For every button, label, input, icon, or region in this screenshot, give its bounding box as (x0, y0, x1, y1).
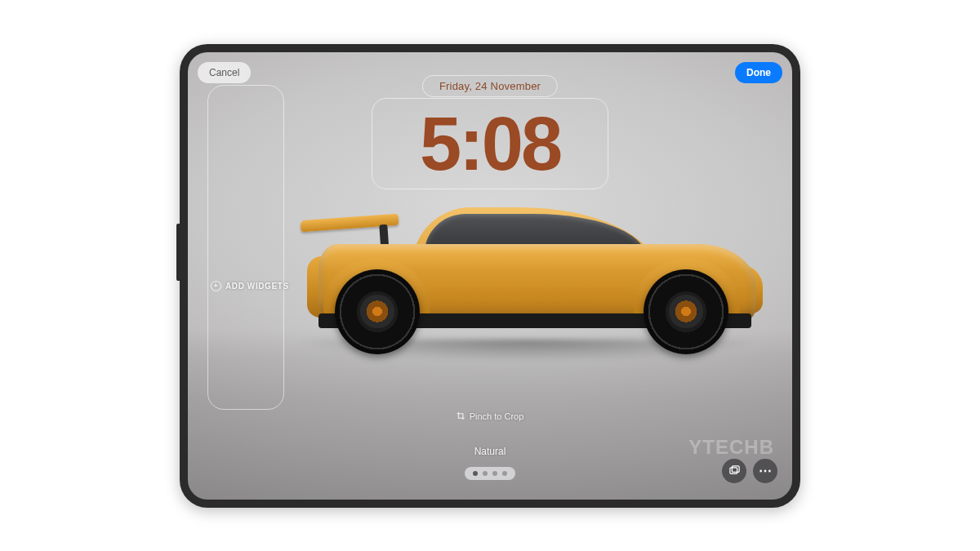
gallery-icon (728, 464, 741, 477)
watermark-text: YTECHB (688, 436, 774, 459)
cancel-button-label: Cancel (209, 68, 239, 78)
time-text: 5:08 (420, 106, 560, 181)
cancel-button[interactable]: Cancel (198, 62, 251, 83)
date-text: Friday, 24 November (439, 80, 541, 92)
plus-circle-icon: + (211, 281, 221, 291)
date-widget[interactable]: Friday, 24 November (422, 75, 558, 97)
filter-page-indicator[interactable] (465, 467, 515, 480)
done-button-label: Done (746, 68, 771, 78)
more-icon: ⋯ (759, 463, 773, 478)
wallpaper-car (286, 199, 768, 354)
svg-rect-0 (729, 468, 737, 474)
done-button[interactable]: Done (735, 62, 782, 83)
svg-rect-1 (732, 466, 739, 473)
time-widget[interactable]: 5:08 (372, 98, 608, 189)
page-dot (483, 471, 488, 476)
crop-icon (457, 411, 466, 420)
lockscreen-editor: Cancel Done Friday, 24 November 5:08 + A… (188, 52, 792, 500)
ipad-device-frame: Cancel Done Friday, 24 November 5:08 + A… (180, 44, 800, 508)
more-options-button[interactable]: ⋯ (753, 459, 777, 483)
widget-panel-slot[interactable] (207, 85, 284, 410)
photo-shuffle-button[interactable] (722, 459, 746, 483)
page-dot (492, 471, 497, 476)
pinch-to-crop-hint: Pinch to Crop (457, 411, 524, 421)
page-dot (502, 471, 507, 476)
crop-hint-text: Pinch to Crop (470, 411, 524, 421)
add-widgets-label: ADD WIDGETS (225, 282, 289, 291)
filter-name: Natural (474, 446, 506, 457)
add-widgets-button[interactable]: + ADD WIDGETS (211, 281, 289, 291)
page-dot (473, 471, 478, 476)
